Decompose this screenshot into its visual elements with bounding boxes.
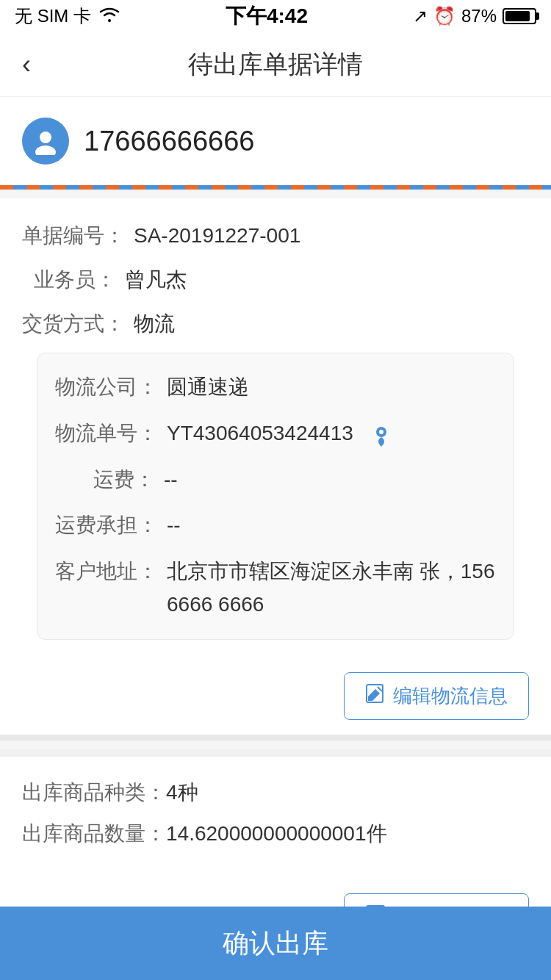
edit-logistics-label: 编辑物流信息 xyxy=(393,683,508,709)
freight-row: 运费： -- xyxy=(55,464,496,497)
stock-quantity-value: 14.620000000000001件 xyxy=(166,820,387,848)
address-label: 客户地址： xyxy=(55,555,167,588)
freight-bear-label: 运费承担： xyxy=(55,509,167,542)
svg-point-0 xyxy=(40,131,51,143)
status-right: ↗ ⏰ 87% xyxy=(413,6,536,26)
freight-label: 运费： xyxy=(55,464,164,497)
status-bar: 无 SIM 卡 下午4:42 ↗ ⏰ 87% xyxy=(0,0,551,32)
stock-quantity-row: 出库商品数量： 14.620000000000001件 xyxy=(22,820,529,848)
battery-icon xyxy=(503,8,536,24)
logistics-company-label: 物流公司： xyxy=(55,371,167,404)
nav-bar: ‹ 待出库单据详情 xyxy=(0,32,551,97)
customer-phone: 17666666666 xyxy=(84,126,254,157)
battery-percent: 87% xyxy=(461,6,497,26)
map-location-icon[interactable] xyxy=(365,417,397,450)
location-status-icon: ↗ xyxy=(413,6,428,26)
logistics-company-value: 圆通速递 xyxy=(167,371,496,404)
doc-number-row: 单据编号： SA-20191227-001 xyxy=(22,220,529,251)
edit-icon xyxy=(365,683,386,709)
logistics-company-row: 物流公司： 圆通速递 xyxy=(55,371,496,404)
staff-value: 曾凡杰 xyxy=(125,264,529,295)
section-divider xyxy=(0,749,551,757)
back-button[interactable]: ‹ xyxy=(22,49,31,80)
dashed-divider xyxy=(0,185,551,190)
staff-row: 业务员： 曾凡杰 xyxy=(22,264,529,295)
avatar xyxy=(22,118,69,165)
doc-number-label: 单据编号： xyxy=(22,220,134,251)
svg-point-1 xyxy=(35,145,56,155)
freight-bear-value: -- xyxy=(167,509,496,542)
delivery-row: 交货方式： 物流 xyxy=(22,309,529,339)
confirm-outbound-button[interactable]: 确认出库 xyxy=(0,907,551,980)
stock-category-label: 出库商品种类： xyxy=(22,779,166,807)
status-time: 下午4:42 xyxy=(226,2,308,30)
carrier-label: 无 SIM 卡 xyxy=(15,4,91,28)
stock-category-value: 4种 xyxy=(166,779,198,807)
customer-header: 17666666666 xyxy=(0,97,551,185)
staff-label: 业务员： xyxy=(22,264,125,295)
page-title: 待出库单据详情 xyxy=(188,48,363,82)
address-value: 北京市市辖区海淀区永丰南 张，156 6666 6666 xyxy=(167,555,496,621)
freight-bear-row: 运费承担： -- xyxy=(55,509,496,542)
status-left: 无 SIM 卡 xyxy=(15,4,120,28)
logistics-tracking-value: YT43064053424413 xyxy=(167,417,353,450)
freight-value: -- xyxy=(164,464,496,497)
stock-category-row: 出库商品种类： 4种 xyxy=(22,779,529,807)
logistics-tracking-label: 物流单号： xyxy=(55,417,167,450)
logistics-card: 物流公司： 圆通速递 物流单号： YT43064053424413 xyxy=(37,353,514,640)
edit-logistics-button[interactable]: 编辑物流信息 xyxy=(344,672,529,720)
alarm-icon: ⏰ xyxy=(433,6,455,26)
doc-number-value: SA-20191227-001 xyxy=(134,220,529,251)
delivery-value: 物流 xyxy=(134,309,529,339)
delivery-label: 交货方式： xyxy=(22,309,134,339)
wifi-icon xyxy=(98,6,120,26)
svg-point-3 xyxy=(379,430,383,434)
confirm-outbound-label: 确认出库 xyxy=(223,926,328,962)
doc-info-section: 单据编号： SA-20191227-001 业务员： 曾凡杰 交货方式： 物流 … xyxy=(0,198,551,657)
stock-quantity-label: 出库商品数量： xyxy=(22,820,166,848)
stock-section: 出库商品种类： 4种 出库商品数量： 14.620000000000001件 xyxy=(0,757,551,879)
edit-btn-wrapper: 编辑物流信息 xyxy=(0,657,551,741)
logistics-tracking-row: 物流单号： YT43064053424413 xyxy=(55,417,496,450)
address-row: 客户地址： 北京市市辖区海淀区永丰南 张，156 6666 6666 xyxy=(55,555,496,621)
